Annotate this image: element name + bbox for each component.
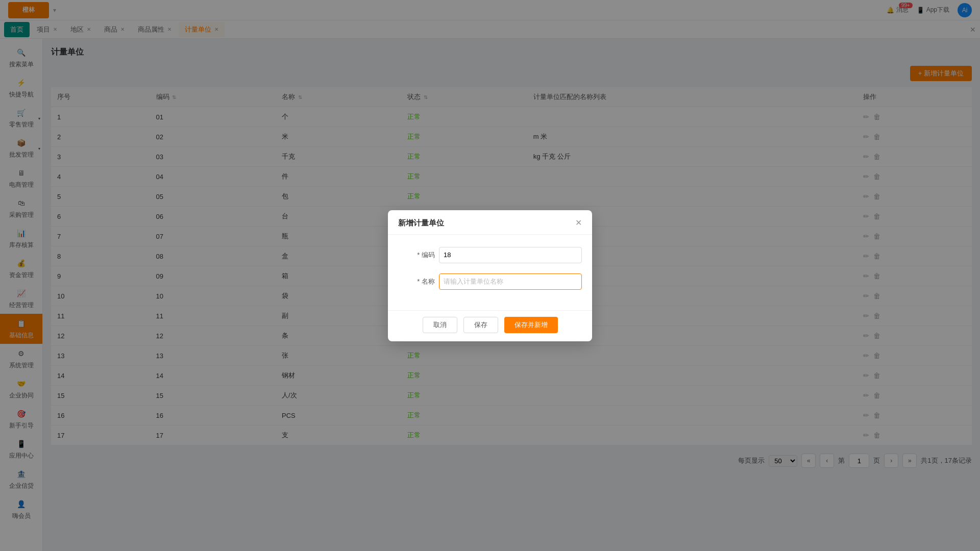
modal-close-button[interactable]: ✕	[575, 219, 582, 227]
modal-footer: 取消 保存 保存并新增	[388, 310, 592, 341]
modal-body: * 编码 * 名称	[388, 235, 592, 310]
name-form-row: * 名称	[398, 273, 582, 290]
code-input[interactable]	[439, 247, 582, 263]
add-unit-modal: 新增计量单位 ✕ * 编码 * 名称 取消 保存 保存并新增	[388, 210, 592, 341]
save-button[interactable]: 保存	[463, 317, 498, 333]
modal-overlay[interactable]: 新增计量单位 ✕ * 编码 * 名称 取消 保存 保存并新增	[0, 0, 980, 551]
modal-title: 新增计量单位	[398, 218, 444, 228]
code-form-row: * 编码	[398, 247, 582, 263]
code-label: * 编码	[398, 251, 439, 260]
name-input[interactable]	[439, 273, 582, 290]
save-add-button[interactable]: 保存并新增	[504, 317, 558, 333]
cancel-button[interactable]: 取消	[423, 317, 457, 333]
modal-header: 新增计量单位 ✕	[388, 210, 592, 235]
name-label: * 名称	[398, 277, 439, 286]
